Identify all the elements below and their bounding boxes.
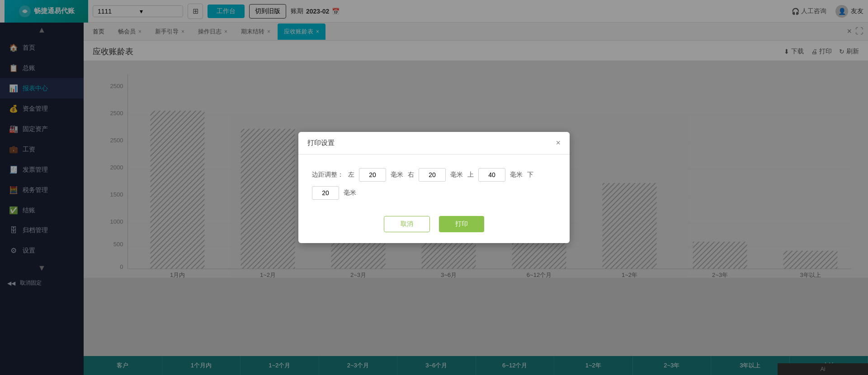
margin-label: 边距调整： (312, 171, 344, 179)
top-margin-input[interactable] (478, 168, 505, 182)
dialog-footer: 取消 打印 (298, 209, 570, 243)
left-margin-input[interactable] (359, 168, 386, 182)
dialog-title: 打印设置 (307, 139, 335, 147)
cancel-button[interactable]: 取消 (384, 216, 430, 232)
dialog-overlay: 打印设置 × 边距调整： 左 毫米 右 毫米 上 毫米 下 毫米 取消 (0, 0, 868, 375)
bottom-unit: 毫米 (344, 189, 356, 197)
top-unit: 毫米 (510, 171, 523, 179)
bottom-label: 下 (527, 171, 533, 179)
print-confirm-button[interactable]: 打印 (439, 216, 484, 232)
right-label: 右 (408, 171, 414, 179)
right-unit: 毫米 (450, 171, 463, 179)
dialog-close-button[interactable]: × (556, 138, 561, 148)
print-settings-dialog: 打印设置 × 边距调整： 左 毫米 右 毫米 上 毫米 下 毫米 取消 (298, 132, 570, 243)
dialog-body: 边距调整： 左 毫米 右 毫米 上 毫米 下 毫米 (298, 155, 570, 209)
margin-row: 边距调整： 左 毫米 右 毫米 上 毫米 下 毫米 (312, 168, 556, 200)
left-label: 左 (348, 171, 354, 179)
bottom-margin-input[interactable] (312, 186, 339, 200)
top-label: 上 (467, 171, 474, 179)
left-unit: 毫米 (391, 171, 403, 179)
right-margin-input[interactable] (419, 168, 446, 182)
dialog-header: 打印设置 × (298, 132, 570, 155)
